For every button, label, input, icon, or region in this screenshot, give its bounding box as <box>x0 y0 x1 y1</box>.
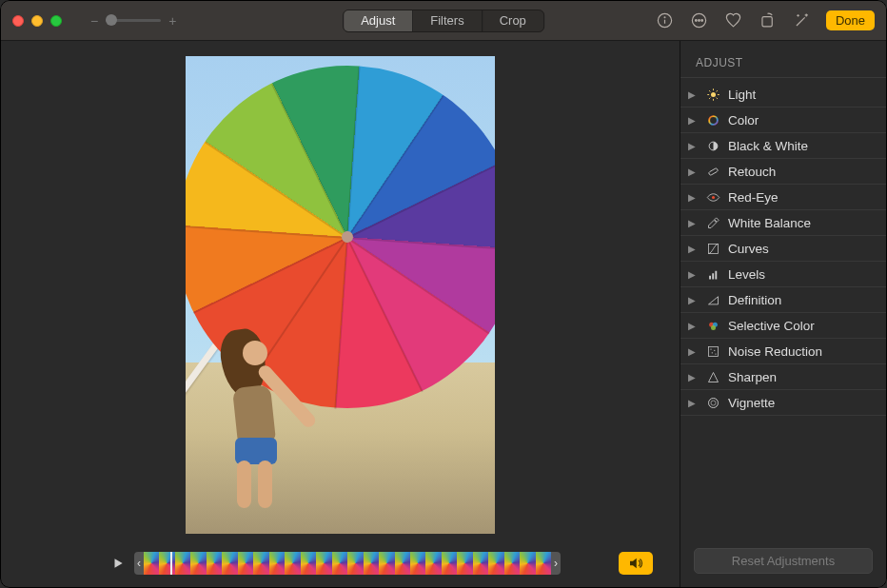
zoom-in-icon: + <box>168 13 176 29</box>
svg-line-13 <box>709 90 710 91</box>
photo-viewport[interactable] <box>1 41 680 549</box>
adjustment-row-color[interactable]: ▶Color <box>680 108 886 133</box>
adjustment-row-red-eye[interactable]: ▶Red-Eye <box>680 185 886 210</box>
adjustment-label: Levels <box>728 267 765 282</box>
noise-icon <box>705 343 720 359</box>
auto-enhance-button[interactable] <box>792 10 813 31</box>
chevron-right-icon: ▶ <box>688 89 698 100</box>
svg-rect-7 <box>762 17 772 27</box>
svg-point-4 <box>696 20 698 22</box>
mode-tab-adjust[interactable]: Adjust <box>344 10 413 31</box>
more-button[interactable] <box>689 10 710 31</box>
chevron-right-icon: ▶ <box>688 346 698 357</box>
chevron-right-icon: ▶ <box>688 398 698 408</box>
timeline-bar: ‹ › <box>1 549 680 578</box>
trim-handle-left[interactable]: ‹ <box>134 552 144 575</box>
chevron-right-icon: ▶ <box>688 192 698 203</box>
selective-color-icon <box>705 318 720 333</box>
svg-point-20 <box>711 195 714 198</box>
zoom-thumb[interactable] <box>106 14 117 26</box>
adjustment-row-retouch[interactable]: ▶Retouch <box>680 159 886 185</box>
reset-adjustments-button[interactable]: Reset Adjustments <box>694 548 873 574</box>
zoom-out-icon: − <box>90 13 98 29</box>
zoom-track[interactable] <box>106 19 161 22</box>
play-button[interactable] <box>108 553 128 574</box>
close-window-button[interactable] <box>12 15 24 27</box>
svg-rect-24 <box>715 270 717 279</box>
sidebar-title: ADJUST <box>680 52 886 78</box>
svg-rect-22 <box>709 275 711 279</box>
svg-point-31 <box>711 352 712 353</box>
svg-point-17 <box>709 116 718 125</box>
adjustment-label: Vignette <box>728 396 775 410</box>
playhead[interactable] <box>170 552 172 575</box>
svg-point-5 <box>699 20 700 22</box>
chevron-right-icon: ▶ <box>688 372 698 382</box>
minimize-window-button[interactable] <box>31 15 43 27</box>
adjustment-row-light[interactable]: ▶Light <box>680 82 886 108</box>
adjustment-row-selective-color[interactable]: ▶Selective Color <box>680 313 886 339</box>
svg-point-2 <box>665 17 666 18</box>
adjustment-label: Curves <box>728 242 769 256</box>
adjustment-label: Light <box>728 88 756 102</box>
fullscreen-window-button[interactable] <box>50 15 62 27</box>
bandaid-icon <box>705 164 720 179</box>
mode-tab-filters[interactable]: Filters <box>413 10 482 31</box>
adjustment-label: Red-Eye <box>728 190 779 205</box>
svg-point-29 <box>710 348 711 349</box>
photo <box>186 56 495 534</box>
favorite-button[interactable] <box>723 10 744 31</box>
audio-button[interactable] <box>619 552 653 575</box>
svg-point-27 <box>711 324 716 329</box>
triangle-icon <box>705 292 720 307</box>
chevron-right-icon: ▶ <box>688 115 698 126</box>
chevron-right-icon: ▶ <box>688 244 698 254</box>
adjustment-label: Sharpen <box>728 370 777 384</box>
adjustment-label: Definition <box>728 293 781 307</box>
done-button[interactable]: Done <box>826 10 875 30</box>
svg-point-34 <box>711 401 716 405</box>
adjustment-row-white-balance[interactable]: ▶White Balance <box>680 210 886 236</box>
adjustment-label: Color <box>728 113 759 127</box>
chevron-right-icon: ▶ <box>688 269 698 280</box>
zoom-slider[interactable]: − + <box>90 13 176 29</box>
adjustment-row-curves[interactable]: ▶Curves <box>680 236 886 262</box>
mode-tab-crop[interactable]: Crop <box>483 10 543 31</box>
content-area: ‹ › ADJUST ▶Light▶Color▶Black & White▶Re… <box>1 41 886 588</box>
chevron-right-icon: ▶ <box>688 295 698 305</box>
mode-segmented-control: AdjustFiltersCrop <box>343 10 544 32</box>
window-controls <box>12 15 62 27</box>
svg-point-33 <box>708 398 718 407</box>
adjustment-row-levels[interactable]: ▶Levels <box>680 262 886 287</box>
levels-icon <box>705 266 720 282</box>
adjustment-row-noise-reduction[interactable]: ▶Noise Reduction <box>680 339 886 364</box>
adjustment-label: Noise Reduction <box>728 344 822 359</box>
adjustment-label: Selective Color <box>728 319 815 333</box>
chevron-right-icon: ▶ <box>688 218 698 228</box>
video-timeline[interactable]: ‹ › <box>134 552 561 575</box>
svg-point-6 <box>701 20 703 22</box>
trim-handle-right[interactable]: › <box>551 552 561 575</box>
sharpen-icon <box>705 369 720 384</box>
svg-rect-19 <box>708 167 719 175</box>
timeline-frames[interactable] <box>144 552 551 575</box>
color-ring-icon <box>705 112 720 127</box>
titlebar: − + AdjustFiltersCrop Done <box>1 1 886 41</box>
adjustment-row-sharpen[interactable]: ▶Sharpen <box>680 364 886 390</box>
half-circle-icon <box>705 138 720 153</box>
adjustment-row-vignette[interactable]: ▶Vignette <box>680 390 886 416</box>
eye-icon <box>705 189 720 205</box>
adjustment-row-definition[interactable]: ▶Definition <box>680 287 886 313</box>
adjustment-label: Retouch <box>728 165 776 179</box>
svg-rect-23 <box>712 273 714 279</box>
rotate-button[interactable] <box>758 10 779 31</box>
adjustment-row-black-white[interactable]: ▶Black & White <box>680 133 886 159</box>
dropper-icon <box>705 215 720 230</box>
adjustment-label: Black & White <box>728 139 808 153</box>
adjustment-list: ▶Light▶Color▶Black & White▶Retouch▶Red-E… <box>680 82 886 416</box>
svg-point-8 <box>711 92 716 97</box>
info-button[interactable] <box>655 10 676 31</box>
toolbar-right: Done <box>655 10 875 31</box>
adjust-sidebar: ADJUST ▶Light▶Color▶Black & White▶Retouc… <box>680 41 886 588</box>
chevron-right-icon: ▶ <box>688 167 698 177</box>
